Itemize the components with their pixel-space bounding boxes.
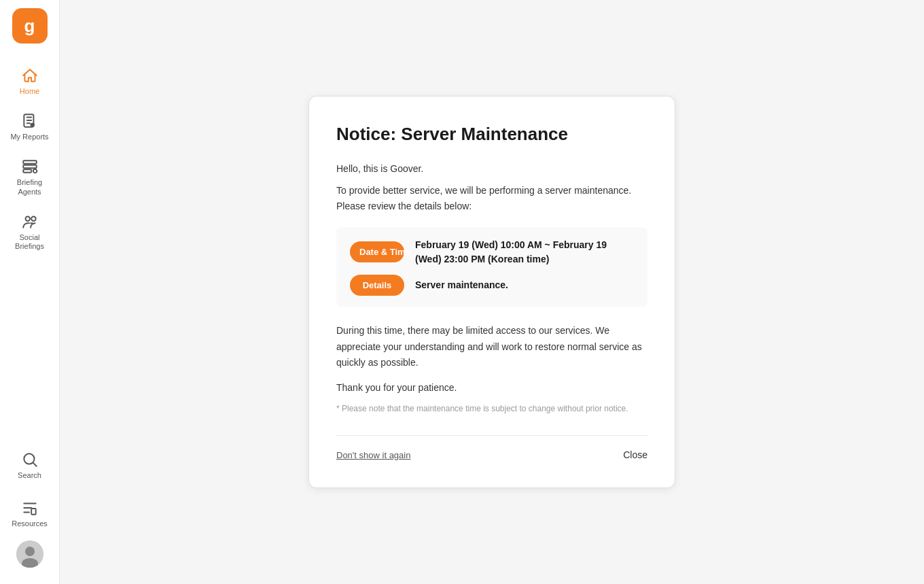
sidebar-item-briefing-agents-label: Briefing Agents [7, 178, 53, 196]
user-avatar[interactable] [16, 540, 43, 568]
sidebar-item-resources-label: Resources [12, 519, 48, 528]
sidebar: g Home AI My Reports [0, 0, 60, 584]
sidebar-item-resources[interactable]: Resources [4, 492, 56, 535]
modal-body: During this time, there may be limited a… [336, 323, 647, 371]
svg-rect-5 [23, 170, 31, 173]
svg-line-10 [33, 463, 36, 466]
logo-letter: g [24, 16, 35, 37]
sidebar-item-social-briefings-label: Social Briefings [7, 233, 53, 251]
maintenance-modal: Notice: Server Maintenance Hello, this i… [308, 96, 675, 489]
resources-icon [21, 499, 39, 517]
nav-items: Home AI My Reports [0, 60, 59, 444]
sidebar-item-search[interactable]: Search [4, 444, 56, 487]
date-time-row: Date & Time February 19 (Wed) 10:00 AM ~… [350, 238, 634, 267]
details-tag: Details [350, 275, 404, 296]
modal-description: To provide better service, we will be pe… [336, 183, 647, 213]
modal-intro: Hello, this is Goover. [336, 161, 647, 176]
date-time-tag: Date & Time [350, 241, 404, 262]
details-row: Details Server maintenance. [350, 275, 634, 296]
nav-bottom: Search Resources [4, 444, 56, 576]
reports-icon: AI [21, 112, 39, 130]
modal-footer: Don't show it again Close [336, 435, 647, 460]
svg-point-13 [25, 547, 35, 556]
svg-rect-4 [23, 165, 37, 168]
sidebar-item-my-reports-label: My Reports [10, 133, 48, 141]
social-briefings-icon [21, 213, 39, 230]
sidebar-item-briefing-agents[interactable]: Briefing Agents [4, 151, 56, 203]
search-icon [21, 451, 39, 468]
svg-point-7 [25, 216, 30, 221]
sidebar-item-search-label: Search [18, 471, 41, 480]
sidebar-item-home-label: Home [20, 87, 39, 96]
sidebar-item-home[interactable]: Home [4, 60, 56, 103]
svg-point-8 [31, 216, 35, 221]
sidebar-item-social-briefings[interactable]: Social Briefings [4, 206, 56, 258]
main-content: Notice: Server Maintenance Hello, this i… [60, 0, 924, 584]
modal-footnote: * Please note that the maintenance time … [336, 404, 647, 413]
svg-rect-3 [23, 161, 37, 164]
briefing-agents-icon [21, 158, 39, 175]
sidebar-item-my-reports[interactable]: AI My Reports [4, 105, 56, 148]
details-value: Server maintenance. [415, 278, 508, 292]
svg-rect-11 [31, 509, 35, 515]
close-button[interactable]: Close [623, 449, 647, 460]
date-time-value: February 19 (Wed) 10:00 AM ~ February 19… [415, 238, 634, 267]
svg-text:AI: AI [31, 124, 34, 126]
home-icon [21, 67, 39, 84]
avatar-image [16, 540, 43, 568]
logo[interactable]: g [12, 8, 48, 44]
svg-point-6 [33, 169, 36, 173]
info-box: Date & Time February 19 (Wed) 10:00 AM ~… [336, 227, 647, 307]
modal-title: Notice: Server Maintenance [336, 124, 647, 145]
modal-thanks: Thank you for your patience. [336, 382, 647, 393]
dont-show-button[interactable]: Don't show it again [336, 450, 410, 460]
